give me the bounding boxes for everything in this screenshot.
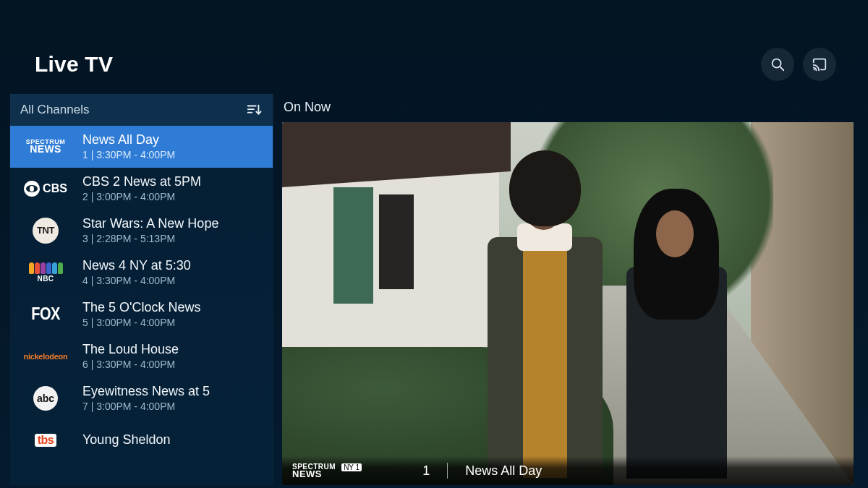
channel-program-title: The 5 O'Clock News bbox=[82, 300, 201, 315]
video-player[interactable]: SPECTRUM NEWS NY 1 1 News All Day bbox=[282, 122, 854, 485]
video-info-bar: SPECTRUM NEWS NY 1 1 News All Day bbox=[282, 456, 854, 485]
sort-button[interactable] bbox=[245, 101, 263, 119]
channel-meta: 4 | 3:30PM - 4:00PM bbox=[82, 275, 191, 286]
channel-meta: 6 | 3:30PM - 4:00PM bbox=[82, 359, 179, 370]
header-actions bbox=[761, 48, 836, 81]
svg-point-2 bbox=[814, 69, 815, 70]
info-channel-number: 1 bbox=[422, 463, 430, 479]
info-region-badge: NY 1 bbox=[341, 463, 362, 471]
on-now-label: On Now bbox=[282, 94, 858, 122]
channel-program-title: Young Sheldon bbox=[82, 432, 170, 448]
channel-meta: 5 | 3:00PM - 4:00PM bbox=[82, 317, 201, 328]
spectrum-news-logo: SPECTRUMNEWS bbox=[17, 139, 74, 154]
tnt-logo: TNT bbox=[17, 218, 74, 244]
cbs-logo: CBS bbox=[17, 181, 74, 197]
fox-logo: FOX bbox=[17, 306, 74, 322]
channel-sidebar: All Channels SPECTRUMNEWSNews All Day1 |… bbox=[10, 94, 273, 485]
channel-list: SPECTRUMNEWSNews All Day1 | 3:30PM - 4:0… bbox=[10, 126, 273, 485]
nbc-logo: NBC bbox=[17, 262, 74, 283]
channel-program-title: Star Wars: A New Hope bbox=[82, 216, 218, 231]
search-icon bbox=[770, 56, 786, 72]
filter-row[interactable]: All Channels bbox=[10, 94, 273, 126]
info-channel-logo: SPECTRUM NEWS bbox=[292, 463, 336, 479]
abc-logo: abc bbox=[17, 386, 74, 411]
svg-line-1 bbox=[780, 67, 783, 70]
channel-program-title: The Loud House bbox=[82, 342, 179, 357]
channel-program-title: News 4 NY at 5:30 bbox=[82, 258, 191, 273]
header: Live TV bbox=[10, 10, 858, 94]
channel-meta: 3 | 2:28PM - 5:13PM bbox=[82, 233, 218, 244]
channel-item[interactable]: abcEyewitness News at 57 | 3:00PM - 4:00… bbox=[10, 377, 273, 419]
channel-meta: 7 | 3:00PM - 4:00PM bbox=[82, 401, 210, 412]
main-panel: On Now bbox=[273, 94, 858, 485]
channel-item[interactable]: nickelodeonThe Loud House6 | 3:30PM - 4:… bbox=[10, 335, 273, 377]
channel-meta: 2 | 3:00PM - 4:00PM bbox=[82, 191, 201, 202]
channel-item[interactable]: TNTStar Wars: A New Hope3 | 2:28PM - 5:1… bbox=[10, 210, 273, 252]
channel-item[interactable]: SPECTRUMNEWSNews All Day1 | 3:30PM - 4:0… bbox=[10, 126, 273, 168]
search-button[interactable] bbox=[761, 48, 794, 81]
info-separator bbox=[447, 463, 448, 479]
channel-program-title: News All Day bbox=[82, 132, 175, 147]
video-person-left bbox=[477, 140, 614, 485]
tbs-logo: tbs bbox=[17, 434, 74, 447]
channel-item[interactable]: NBCNews 4 NY at 5:304 | 3:30PM - 4:00PM bbox=[10, 252, 273, 294]
cast-icon bbox=[812, 56, 827, 72]
info-program-title: News All Day bbox=[465, 463, 542, 479]
video-person-right bbox=[613, 173, 739, 485]
page-title: Live TV bbox=[35, 52, 113, 77]
channel-item[interactable]: FOXThe 5 O'Clock News5 | 3:00PM - 4:00PM bbox=[10, 294, 273, 335]
filter-label: All Channels bbox=[20, 103, 89, 117]
channel-program-title: CBS 2 News at 5PM bbox=[82, 174, 201, 189]
channel-item[interactable]: CBSCBS 2 News at 5PM2 | 3:00PM - 4:00PM bbox=[10, 168, 273, 210]
sort-icon bbox=[246, 102, 262, 118]
cast-button[interactable] bbox=[803, 48, 836, 81]
channel-item[interactable]: tbsYoung Sheldon bbox=[10, 419, 273, 461]
nickelodeon-logo: nickelodeon bbox=[17, 352, 74, 361]
channel-meta: 1 | 3:30PM - 4:00PM bbox=[82, 149, 175, 160]
channel-program-title: Eyewitness News at 5 bbox=[82, 384, 210, 399]
